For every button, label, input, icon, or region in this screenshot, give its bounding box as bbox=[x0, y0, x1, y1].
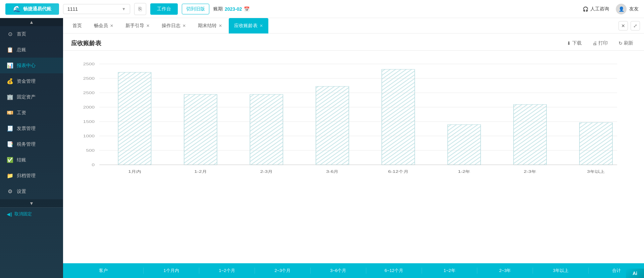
sidebar-item-reports[interactable]: 📊 报表中心 bbox=[0, 58, 63, 73]
salary-icon: 💴 bbox=[7, 110, 13, 116]
app-logo[interactable]: 🌊 畅捷通易代账 bbox=[5, 3, 59, 15]
chart-container: 2500 2500 2500 2000 1500 1000 500 0 bbox=[63, 51, 644, 263]
user-info[interactable]: 👤 友友 bbox=[616, 4, 639, 14]
tab-actions: ✕ ⤢ bbox=[619, 21, 640, 30]
sidebar-item-settle[interactable]: ✅ 结账 bbox=[0, 152, 63, 168]
logo-icon: 🌊 bbox=[13, 5, 20, 13]
th-1month: 1个月内 bbox=[144, 268, 199, 274]
tab-aging-label: 应收账龄表 bbox=[234, 23, 258, 29]
sidebar-item-salary[interactable]: 💴 工资 bbox=[0, 105, 63, 121]
tab-aging-close[interactable]: ✕ bbox=[260, 23, 263, 28]
tab-member-close[interactable]: ✕ bbox=[110, 23, 113, 28]
home-icon: ⊙ bbox=[7, 31, 13, 37]
svg-rect-17 bbox=[118, 72, 151, 165]
refresh-button[interactable]: ↻ 刷新 bbox=[616, 39, 636, 48]
tab-oplog[interactable]: 操作日志 ✕ bbox=[156, 18, 191, 33]
sidebar-item-invoice[interactable]: 🧾 发票管理 bbox=[0, 121, 63, 136]
service-button[interactable]: 🎧 人工咨询 bbox=[583, 6, 609, 12]
download-button[interactable]: ⬇ 下载 bbox=[564, 39, 584, 48]
period-info: 账期 2023-02 📅 bbox=[213, 6, 250, 12]
workbench-button[interactable]: 工作台 bbox=[150, 3, 178, 15]
th-2-3month: 2~3个月 bbox=[255, 268, 311, 274]
table-header: 客户 1个月内 1~2个月 2~3个月 3~6个月 6~12个月 1~2年 2~… bbox=[63, 263, 644, 278]
tab-bar: 首页 畅会员 ✕ 新手引导 ✕ 操作日志 ✕ 期末结转 ✕ 应收账龄表 ✕ bbox=[63, 18, 644, 33]
tab-home[interactable]: 首页 bbox=[67, 18, 87, 33]
sidebar-label-tax: 税务管理 bbox=[17, 141, 36, 147]
sidebar-cancel-pin[interactable]: ◀‖ 取消固定 bbox=[0, 207, 63, 220]
svg-text:2000: 2000 bbox=[83, 105, 95, 109]
sidebar-item-archive[interactable]: 📁 归档管理 bbox=[0, 168, 63, 184]
page-title: 应收账龄表 bbox=[71, 39, 101, 47]
svg-text:1000: 1000 bbox=[83, 134, 95, 138]
svg-text:1月内: 1月内 bbox=[128, 169, 141, 173]
settings-icon: ⚙ bbox=[7, 188, 13, 195]
sidebar-item-settings[interactable]: ⚙ 设置 bbox=[0, 184, 63, 199]
company-name: 1111 bbox=[67, 6, 78, 12]
tab-yearend[interactable]: 期末结转 ✕ bbox=[193, 18, 227, 33]
sidebar-scroll-down[interactable]: ▼ bbox=[0, 199, 63, 207]
headphone-icon: 🎧 bbox=[583, 6, 588, 12]
copy-button[interactable]: ⎘ bbox=[134, 3, 146, 15]
tab-oplog-close[interactable]: ✕ bbox=[182, 23, 186, 28]
tab-guide[interactable]: 新手引导 ✕ bbox=[120, 18, 155, 33]
svg-rect-19 bbox=[184, 94, 217, 165]
company-selector[interactable]: 1111 ▼ bbox=[63, 4, 130, 14]
sidebar-item-home[interactable]: ⊙ 首页 bbox=[0, 26, 63, 42]
content-area: 首页 畅会员 ✕ 新手引导 ✕ 操作日志 ✕ 期末结转 ✕ 应收账龄表 ✕ bbox=[63, 18, 644, 278]
svg-text:1500: 1500 bbox=[83, 120, 95, 124]
download-icon: ⬇ bbox=[567, 41, 571, 46]
svg-text:2-3月: 2-3月 bbox=[260, 169, 273, 173]
sidebar-label-assets: 固定资产 bbox=[17, 94, 36, 100]
tax-icon: 📑 bbox=[7, 141, 13, 147]
svg-text:1-2月: 1-2月 bbox=[194, 169, 207, 173]
tab-guide-label: 新手引导 bbox=[125, 23, 144, 29]
sidebar-scroll-up[interactable]: ▲ bbox=[0, 18, 63, 26]
cancel-pin-icon: ◀‖ bbox=[7, 212, 12, 217]
sidebar-item-assets[interactable]: 🏢 固定资产 bbox=[0, 89, 63, 105]
svg-rect-29 bbox=[514, 105, 546, 165]
th-customer: 客户 bbox=[63, 268, 144, 274]
assets-icon: 🏢 bbox=[7, 94, 13, 100]
avatar: 👤 bbox=[616, 4, 627, 14]
sidebar-label-funds: 资金管理 bbox=[17, 78, 36, 84]
svg-text:6-12个月: 6-12个月 bbox=[388, 169, 409, 173]
page-actions: ⬇ 下载 🖨 打印 ↻ 刷新 bbox=[564, 39, 636, 48]
page-header: 应收账龄表 ⬇ 下载 🖨 打印 ↻ 刷新 bbox=[63, 33, 644, 51]
svg-text:2-3年: 2-3年 bbox=[524, 169, 536, 173]
th-3plus-year: 3年以上 bbox=[533, 268, 589, 274]
sidebar-label-reports: 报表中心 bbox=[17, 63, 36, 69]
sidebar-item-tax[interactable]: 📑 税务管理 bbox=[0, 136, 63, 152]
svg-rect-23 bbox=[316, 86, 349, 165]
sidebar-label-ledger: 总账 bbox=[17, 47, 26, 53]
switch-version-button[interactable]: 切到旧版 bbox=[182, 4, 209, 14]
sidebar-label-settle: 结账 bbox=[17, 157, 26, 163]
bar-chart: 2500 2500 2500 2000 1500 1000 500 0 bbox=[71, 57, 636, 178]
tab-oplog-label: 操作日志 bbox=[162, 23, 180, 29]
svg-text:2500: 2500 bbox=[83, 76, 95, 80]
chevron-down-icon: ▼ bbox=[122, 7, 126, 11]
svg-text:0: 0 bbox=[92, 163, 95, 167]
sidebar-label-home: 首页 bbox=[17, 31, 26, 37]
tab-expand-button[interactable]: ⤢ bbox=[631, 21, 640, 30]
page-content: 应收账龄表 ⬇ 下载 🖨 打印 ↻ 刷新 bbox=[63, 33, 644, 278]
tab-yearend-close[interactable]: ✕ bbox=[219, 23, 222, 28]
svg-text:3年以上: 3年以上 bbox=[587, 169, 605, 173]
print-button[interactable]: 🖨 打印 bbox=[590, 39, 610, 48]
svg-rect-21 bbox=[250, 94, 283, 165]
refresh-icon: ↻ bbox=[619, 41, 623, 46]
sidebar-item-funds[interactable]: 💰 资金管理 bbox=[0, 73, 63, 89]
refresh-label: 刷新 bbox=[624, 40, 633, 46]
ledger-icon: 📋 bbox=[7, 47, 13, 53]
th-3-6month: 3~6个月 bbox=[311, 268, 366, 274]
tab-yearend-label: 期末结转 bbox=[198, 23, 217, 29]
calendar-icon[interactable]: 📅 bbox=[244, 6, 250, 12]
sidebar-item-ledger[interactable]: 📋 总账 bbox=[0, 42, 63, 58]
tab-close-all-button[interactable]: ✕ bbox=[619, 21, 628, 30]
ai-badge[interactable]: Ai bbox=[626, 269, 644, 278]
svg-text:2500: 2500 bbox=[83, 62, 95, 66]
tab-aging[interactable]: 应收账龄表 ✕ bbox=[229, 18, 268, 33]
download-label: 下载 bbox=[572, 40, 582, 46]
top-header: 🌊 畅捷通易代账 1111 ▼ ⎘ 工作台 切到旧版 账期 2023-02 📅 … bbox=[0, 0, 644, 18]
tab-member[interactable]: 畅会员 ✕ bbox=[89, 18, 119, 33]
tab-guide-close[interactable]: ✕ bbox=[146, 23, 150, 28]
